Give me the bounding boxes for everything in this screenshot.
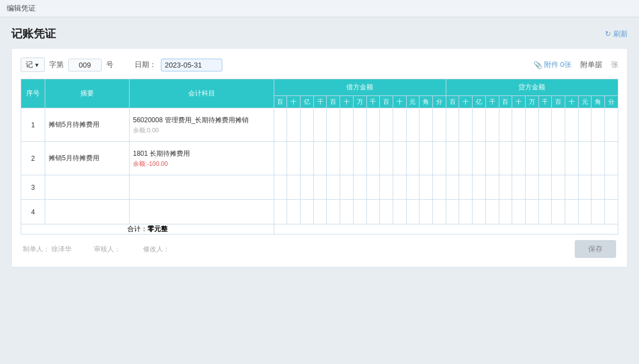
credit-digit-cell[interactable] (485, 175, 499, 200)
debit-digit-cell[interactable] (366, 200, 380, 224)
debit-digit-cell[interactable] (340, 200, 354, 224)
debit-digit-cell[interactable] (274, 142, 287, 175)
credit-digit-cell[interactable] (552, 175, 565, 200)
debit-digit-cell[interactable] (274, 175, 287, 200)
debit-digit-cell[interactable] (327, 142, 340, 175)
summary-cell[interactable]: 摊销5月待摊费用 (45, 142, 130, 175)
debit-digit-cell[interactable] (419, 108, 433, 142)
account-cell[interactable]: 1801 长期待摊费用余额:-100.00 (129, 142, 274, 175)
debit-digit-cell[interactable] (380, 142, 393, 175)
debit-digit-cell[interactable] (340, 175, 354, 200)
debit-digit-cell[interactable] (300, 175, 313, 200)
credit-digit-cell[interactable] (538, 108, 552, 142)
credit-digit-cell[interactable] (459, 175, 473, 200)
credit-digit-cell[interactable] (473, 142, 486, 175)
debit-digit-cell[interactable] (380, 108, 393, 142)
credit-digit-cell[interactable] (446, 175, 459, 200)
credit-digit-cell[interactable] (592, 142, 605, 175)
credit-digit-cell[interactable] (473, 175, 486, 200)
debit-digit-cell[interactable] (274, 200, 287, 224)
credit-digit-cell[interactable] (592, 175, 605, 200)
debit-digit-cell[interactable] (433, 108, 446, 142)
credit-digit-cell[interactable] (459, 142, 473, 175)
debit-digit-cell[interactable] (300, 200, 313, 224)
credit-digit-cell[interactable] (485, 108, 499, 142)
debit-digit-cell[interactable] (433, 142, 446, 175)
credit-digit-cell[interactable] (538, 200, 552, 224)
credit-digit-cell[interactable] (565, 200, 579, 224)
credit-digit-cell[interactable] (525, 108, 538, 142)
credit-digit-cell[interactable] (552, 108, 565, 142)
debit-digit-cell[interactable] (406, 175, 419, 200)
credit-digit-cell[interactable] (552, 142, 565, 175)
debit-digit-cell[interactable] (327, 200, 340, 224)
debit-digit-cell[interactable] (287, 142, 301, 175)
save-button[interactable]: 保存 (575, 240, 616, 258)
credit-digit-cell[interactable] (485, 142, 499, 175)
debit-digit-cell[interactable] (300, 142, 313, 175)
debit-digit-cell[interactable] (380, 175, 393, 200)
debit-digit-cell[interactable] (366, 175, 380, 200)
credit-digit-cell[interactable] (578, 108, 592, 142)
credit-digit-cell[interactable] (512, 108, 526, 142)
debit-digit-cell[interactable] (380, 200, 393, 224)
credit-digit-cell[interactable] (512, 142, 526, 175)
debit-digit-cell[interactable] (313, 200, 327, 224)
credit-digit-cell[interactable] (565, 108, 579, 142)
credit-digit-cell[interactable] (538, 175, 552, 200)
credit-digit-cell[interactable] (499, 142, 512, 175)
credit-digit-cell[interactable] (605, 175, 618, 200)
date-input[interactable] (161, 59, 222, 71)
debit-digit-cell[interactable] (274, 108, 287, 142)
debit-digit-cell[interactable] (393, 108, 406, 142)
debit-digit-cell[interactable] (287, 108, 301, 142)
debit-digit-cell[interactable] (393, 175, 406, 200)
debit-digit-cell[interactable] (313, 175, 327, 200)
credit-digit-cell[interactable] (578, 142, 592, 175)
debit-digit-cell[interactable] (419, 200, 433, 224)
account-cell[interactable] (129, 200, 274, 224)
credit-digit-cell[interactable] (499, 108, 512, 142)
debit-digit-cell[interactable] (419, 175, 433, 200)
debit-digit-cell[interactable] (353, 200, 366, 224)
summary-cell[interactable] (45, 175, 130, 200)
credit-digit-cell[interactable] (485, 200, 499, 224)
debit-digit-cell[interactable] (393, 142, 406, 175)
zi-number-input[interactable] (68, 59, 102, 71)
account-cell[interactable]: 56020008 管理费用_长期待摊费用摊销余额:0.00 (129, 108, 274, 142)
credit-digit-cell[interactable] (473, 108, 486, 142)
credit-digit-cell[interactable] (512, 175, 526, 200)
summary-cell[interactable] (45, 200, 130, 224)
debit-digit-cell[interactable] (327, 175, 340, 200)
table-row[interactable]: 3 (21, 175, 618, 200)
credit-digit-cell[interactable] (578, 175, 592, 200)
debit-digit-cell[interactable] (406, 108, 419, 142)
debit-digit-cell[interactable] (433, 175, 446, 200)
credit-digit-cell[interactable] (605, 142, 618, 175)
debit-digit-cell[interactable] (287, 200, 301, 224)
table-row[interactable]: 4 (21, 200, 618, 224)
refresh-button[interactable]: ↻ 刷新 (605, 29, 628, 39)
credit-digit-cell[interactable] (473, 200, 486, 224)
debit-digit-cell[interactable] (393, 200, 406, 224)
voucher-type-select[interactable]: 记 ▼ (21, 58, 45, 72)
debit-digit-cell[interactable] (340, 142, 354, 175)
credit-digit-cell[interactable] (565, 175, 579, 200)
credit-digit-cell[interactable] (565, 142, 579, 175)
summary-cell[interactable]: 摊销5月待摊费用 (45, 108, 130, 142)
debit-digit-cell[interactable] (300, 108, 313, 142)
credit-digit-cell[interactable] (525, 200, 538, 224)
credit-digit-cell[interactable] (499, 200, 512, 224)
debit-digit-cell[interactable] (366, 108, 380, 142)
attach-button[interactable]: 📎 附件 0张 (533, 60, 571, 70)
credit-digit-cell[interactable] (459, 108, 473, 142)
debit-digit-cell[interactable] (313, 108, 327, 142)
credit-digit-cell[interactable] (525, 142, 538, 175)
table-row[interactable]: 2摊销5月待摊费用1801 长期待摊费用余额:-100.00 (21, 142, 618, 175)
credit-digit-cell[interactable] (499, 175, 512, 200)
account-cell[interactable] (129, 175, 274, 200)
credit-digit-cell[interactable] (578, 200, 592, 224)
debit-digit-cell[interactable] (353, 175, 366, 200)
credit-digit-cell[interactable] (512, 200, 526, 224)
credit-digit-cell[interactable] (592, 200, 605, 224)
